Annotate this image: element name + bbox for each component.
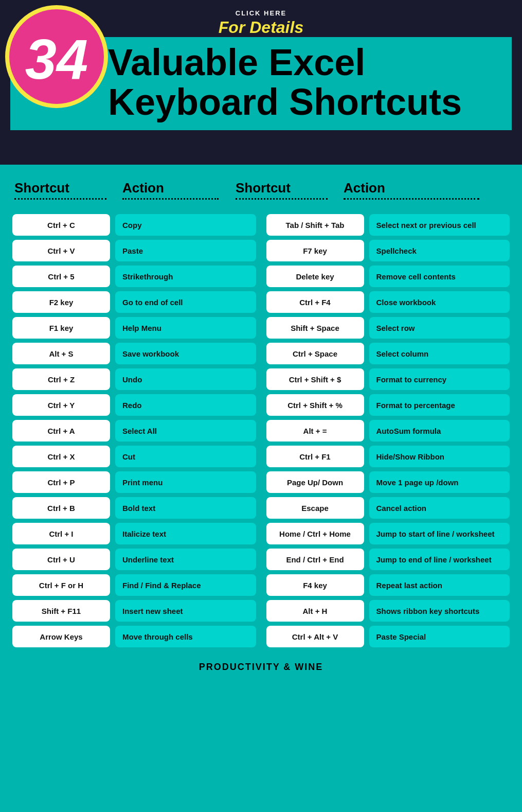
- shortcut-action: Hide/Show Ribbon: [369, 446, 510, 467]
- shortcut-key: F1 key: [12, 317, 110, 339]
- shortcut-action: Select column: [369, 343, 510, 364]
- shortcut-action: Undo: [115, 368, 256, 390]
- table-row: F1 key Help Menu: [12, 317, 256, 339]
- shortcut-action: Bold text: [115, 497, 256, 519]
- table-row: Ctrl + Alt + V Paste Special: [266, 626, 510, 647]
- table-row: Ctrl + Z Undo: [12, 368, 256, 390]
- table-row: F4 key Repeat last action: [266, 574, 510, 596]
- table-row: Ctrl + Shift + $ Format to currency: [266, 368, 510, 390]
- table-row: Ctrl + F or H Find / Find & Replace: [12, 574, 256, 596]
- col-header-shortcut-2: Shortcut: [236, 180, 344, 206]
- shortcut-action: Print menu: [115, 471, 256, 493]
- table-row: Ctrl + C Copy: [12, 214, 256, 236]
- right-shortcuts-column: Tab / Shift + Tab Select next or previou…: [266, 214, 510, 651]
- table-row: Ctrl + A Select All: [12, 420, 256, 442]
- table-row: Alt + = AutoSum formula: [266, 420, 510, 442]
- shortcut-action: Redo: [115, 394, 256, 416]
- shortcut-action: Close workbook: [369, 291, 510, 313]
- shortcut-action: Repeat last action: [369, 574, 510, 596]
- footer-brand: PRODUCTIVITY & WINE: [12, 662, 510, 683]
- shortcut-key: Shift + F11: [12, 600, 110, 622]
- shortcut-action: Find / Find & Replace: [115, 574, 256, 596]
- shortcut-action: Remove cell contents: [369, 266, 510, 287]
- divider-1: [14, 198, 106, 200]
- header-title-line2: Keyboard Shortcuts: [108, 83, 501, 122]
- shortcut-key: Ctrl + P: [12, 471, 110, 493]
- shortcut-action: Select row: [369, 317, 510, 339]
- table-row: Ctrl + Y Redo: [12, 394, 256, 416]
- left-shortcuts-column: Ctrl + C Copy Ctrl + V Paste Ctrl + 5 St…: [12, 214, 256, 651]
- table-row: Shift + F11 Insert new sheet: [12, 600, 256, 622]
- shortcut-key: Ctrl + I: [12, 523, 110, 544]
- shortcut-key: Ctrl + U: [12, 549, 110, 570]
- table-row: Escape Cancel action: [266, 497, 510, 519]
- shortcut-action: Save workbook: [115, 343, 256, 364]
- divider-3: [236, 198, 328, 200]
- shortcut-key: Arrow Keys: [12, 626, 110, 647]
- divider-4: [344, 198, 479, 200]
- column-headers: Shortcut Action Shortcut Action: [12, 180, 510, 206]
- shortcut-action: Copy: [115, 214, 256, 236]
- table-row: Ctrl + Space Select column: [266, 343, 510, 364]
- table-row: Arrow Keys Move through cells: [12, 626, 256, 647]
- shortcut-action: Paste: [115, 240, 256, 261]
- shortcut-action: Format to currency: [369, 368, 510, 390]
- shortcut-action: Go to end of cell: [115, 291, 256, 313]
- shortcut-key: End / Ctrl + End: [266, 549, 364, 570]
- col-header-action-1: Action: [122, 180, 236, 206]
- shortcut-key: Ctrl + C: [12, 214, 110, 236]
- table-row: Ctrl + U Underline text: [12, 549, 256, 570]
- shortcut-action: Help Menu: [115, 317, 256, 339]
- shortcuts-grid: Ctrl + C Copy Ctrl + V Paste Ctrl + 5 St…: [12, 214, 510, 651]
- number-badge: 34: [5, 5, 108, 108]
- shortcut-key: Ctrl + 5: [12, 266, 110, 287]
- table-row: Ctrl + 5 Strikethrough: [12, 266, 256, 287]
- table-row: Delete key Remove cell contents: [266, 266, 510, 287]
- shortcut-key: F2 key: [12, 291, 110, 313]
- table-row: Alt + H Shows ribbon key shortcuts: [266, 600, 510, 622]
- shortcut-key: Shift + Space: [266, 317, 364, 339]
- table-row: Ctrl + F4 Close workbook: [266, 291, 510, 313]
- table-row: Ctrl + I Italicize text: [12, 523, 256, 544]
- shortcut-key: Alt + H: [266, 600, 364, 622]
- shortcut-key: Ctrl + Shift + $: [266, 368, 364, 390]
- shortcut-key: Ctrl + F4: [266, 291, 364, 313]
- shortcut-action: Format to percentage: [369, 394, 510, 416]
- divider-2: [122, 198, 219, 200]
- header-title-line1: Valuable Excel: [108, 42, 501, 83]
- shortcut-key: Alt + =: [266, 420, 364, 442]
- col-header-action-2: Action: [344, 180, 503, 206]
- shortcut-action: AutoSum formula: [369, 420, 510, 442]
- shortcut-action: Cut: [115, 446, 256, 467]
- main-content: Shortcut Action Shortcut Action Ctrl + C…: [0, 165, 522, 693]
- shortcut-key: Alt + S: [12, 343, 110, 364]
- table-row: Ctrl + B Bold text: [12, 497, 256, 519]
- shortcut-key: Ctrl + Space: [266, 343, 364, 364]
- table-row: Ctrl + X Cut: [12, 446, 256, 467]
- table-row: Ctrl + V Paste: [12, 240, 256, 261]
- header-section: CLICK HERE For Details Valuable Excel Ke…: [0, 0, 522, 165]
- shortcut-key: Page Up/ Down: [266, 471, 364, 493]
- shortcut-action: Cancel action: [369, 497, 510, 519]
- shortcut-action: Select next or previous cell: [369, 214, 510, 236]
- shortcut-action: Move through cells: [115, 626, 256, 647]
- shortcut-key: Delete key: [266, 266, 364, 287]
- shortcut-action: Paste Special: [369, 626, 510, 647]
- shortcut-action: Move 1 page up /down: [369, 471, 510, 493]
- table-row: F2 key Go to end of cell: [12, 291, 256, 313]
- shortcut-key: F4 key: [266, 574, 364, 596]
- shortcut-key: Ctrl + F1: [266, 446, 364, 467]
- shortcut-key: Tab / Shift + Tab: [266, 214, 364, 236]
- shortcut-action: Italicize text: [115, 523, 256, 544]
- shortcut-key: Ctrl + Z: [12, 368, 110, 390]
- shortcut-action: Spellcheck: [369, 240, 510, 261]
- table-row: Page Up/ Down Move 1 page up /down: [266, 471, 510, 493]
- shortcut-key: Ctrl + V: [12, 240, 110, 261]
- table-row: Alt + S Save workbook: [12, 343, 256, 364]
- badge-number: 34: [25, 31, 88, 87]
- table-row: Ctrl + F1 Hide/Show Ribbon: [266, 446, 510, 467]
- table-row: Shift + Space Select row: [266, 317, 510, 339]
- table-row: F7 key Spellcheck: [266, 240, 510, 261]
- col-header-shortcut-1: Shortcut: [14, 180, 122, 206]
- table-row: Home / Ctrl + Home Jump to start of line…: [266, 523, 510, 544]
